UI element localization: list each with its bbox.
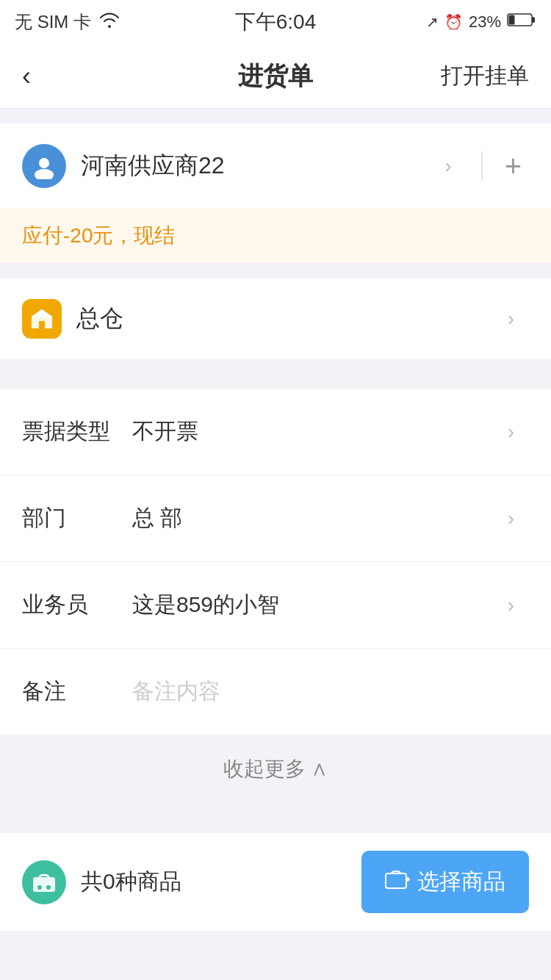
- section-gap-3: [0, 359, 551, 374]
- warning-text: 应付-20元，现结: [22, 224, 175, 247]
- remark-input[interactable]: 备注内容: [118, 677, 529, 707]
- svg-rect-5: [39, 321, 45, 328]
- carrier-text: 无 SIM 卡: [15, 10, 91, 34]
- department-label: 部门: [22, 503, 118, 533]
- nav-title: 进货单: [238, 60, 313, 93]
- section-gap-1: [0, 109, 551, 123]
- collapse-label: 收起更多 ∧: [223, 757, 328, 780]
- alarm-icon: ⏰: [444, 13, 463, 31]
- supplier-name: 河南供应商22: [81, 150, 444, 182]
- back-button[interactable]: ‹: [22, 61, 66, 92]
- department-value: 总 部: [118, 503, 508, 533]
- salesperson-value: 这是859的小智: [118, 590, 508, 620]
- department-chevron-icon: ›: [508, 507, 514, 530]
- form-section: 票据类型 不开票 › 部门 总 部 › 业务员 这是859的小智 › 备注 备注…: [0, 389, 551, 735]
- select-btn-label: 选择商品: [417, 867, 505, 897]
- salesperson-row[interactable]: 业务员 这是859的小智 ›: [0, 562, 551, 649]
- svg-point-4: [35, 169, 54, 179]
- svg-rect-2: [509, 15, 515, 25]
- svg-point-7: [37, 885, 42, 890]
- section-gap-2: [0, 263, 551, 278]
- status-left: 无 SIM 卡: [15, 10, 120, 34]
- svg-point-8: [46, 885, 51, 890]
- remark-row[interactable]: 备注 备注内容: [0, 649, 551, 735]
- svg-point-3: [39, 158, 49, 168]
- svg-rect-1: [532, 17, 535, 23]
- invoice-type-label: 票据类型: [22, 417, 118, 447]
- product-count: 共0种商品: [81, 867, 361, 897]
- add-supplier-button[interactable]: +: [497, 150, 529, 183]
- warning-banner: 应付-20元，现结: [0, 209, 551, 263]
- select-btn-icon: [385, 869, 410, 895]
- invoice-type-row[interactable]: 票据类型 不开票 ›: [0, 389, 551, 475]
- supplier-avatar: [22, 144, 66, 188]
- supplier-chevron-icon: ›: [444, 154, 451, 178]
- location-icon: ↗: [426, 13, 439, 31]
- battery-icon: [507, 12, 536, 32]
- page-background: [0, 931, 551, 980]
- supplier-section: 河南供应商22 › + 应付-20元，现结: [0, 123, 551, 263]
- salesperson-label: 业务员: [22, 590, 118, 620]
- warehouse-icon: [22, 299, 62, 339]
- battery-text: 23%: [469, 12, 501, 32]
- warehouse-name: 总仓: [76, 303, 508, 335]
- svg-rect-6: [33, 877, 55, 892]
- svg-rect-9: [386, 873, 406, 888]
- collapse-row[interactable]: 收起更多 ∧: [0, 735, 551, 804]
- supplier-divider: [481, 151, 483, 181]
- invoice-type-chevron-icon: ›: [508, 420, 514, 444]
- section-gap-4: [0, 804, 551, 818]
- select-product-button[interactable]: 选择商品: [361, 851, 529, 913]
- open-pending-button[interactable]: 打开挂单: [441, 61, 529, 91]
- status-bar: 无 SIM 卡 下午6:04 ↗ ⏰ 23%: [0, 0, 551, 44]
- remark-label: 备注: [22, 677, 118, 707]
- warehouse-row[interactable]: 总仓 ›: [0, 278, 551, 359]
- warehouse-chevron-icon: ›: [508, 307, 514, 331]
- warehouse-section: 总仓 ›: [0, 278, 551, 359]
- department-row[interactable]: 部门 总 部 ›: [0, 475, 551, 562]
- bottom-bar: 共0种商品 选择商品: [0, 833, 551, 931]
- nav-bar: ‹ 进货单 打开挂单: [0, 44, 551, 109]
- invoice-type-value: 不开票: [118, 417, 508, 447]
- status-right: ↗ ⏰ 23%: [426, 12, 536, 32]
- supplier-row[interactable]: 河南供应商22 › +: [0, 123, 551, 209]
- product-icon: [22, 860, 66, 904]
- wifi-icon: [98, 12, 120, 32]
- status-time: 下午6:04: [235, 8, 317, 36]
- salesperson-chevron-icon: ›: [508, 594, 514, 617]
